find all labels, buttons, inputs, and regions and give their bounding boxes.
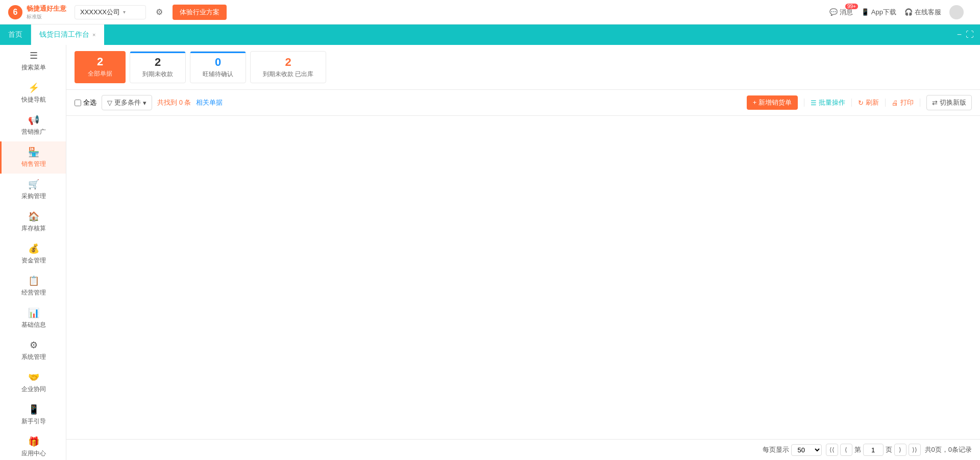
stat-number-pending: 0 bbox=[215, 56, 221, 69]
stat-card-overdue-shipped[interactable]: 2 到期未收款 已出库 bbox=[250, 51, 326, 83]
sidebar-item-inventory[interactable]: 🏠 库存核算 bbox=[0, 206, 66, 238]
tab-close-icon[interactable]: × bbox=[92, 32, 95, 38]
top-header: 6 畅捷通好生意 标准版 XXXXXX公司 ▾ ⚙ 体验行业方案 💬 消息 99… bbox=[0, 0, 980, 25]
app-label: App下载 bbox=[871, 8, 896, 17]
sidebar-item-quick-nav[interactable]: ⚡ 快捷导航 bbox=[0, 77, 66, 109]
batch-icon: ☰ bbox=[811, 99, 817, 107]
stat-card-all[interactable]: 2 全部单据 bbox=[75, 51, 126, 83]
first-page-button[interactable]: ⟨⟨ bbox=[826, 444, 838, 456]
sidebar-item-marketing[interactable]: 📢 营销推广 bbox=[0, 109, 66, 141]
settings-button[interactable]: ⚙ bbox=[151, 4, 167, 20]
sidebar-item-cooperation[interactable]: 🤝 企业协同 bbox=[0, 367, 66, 399]
company-selector[interactable]: XXXXXX公司 ▾ bbox=[75, 5, 146, 19]
sidebar-item-purchase[interactable]: 🛒 采购管理 bbox=[0, 174, 66, 206]
select-all-checkbox[interactable]: 全选 bbox=[75, 98, 96, 107]
tab-home[interactable]: 首页 bbox=[0, 25, 31, 45]
sidebar-item-finance[interactable]: 💰 资金管理 bbox=[0, 238, 66, 270]
message-icon: 💬 bbox=[829, 8, 838, 16]
guide-icon: 📱 bbox=[28, 404, 39, 415]
avatar[interactable] bbox=[949, 5, 964, 19]
header-right: 💬 消息 99+ 📱 App下载 🎧 在线客服 bbox=[829, 5, 972, 19]
marketing-icon: 📢 bbox=[28, 114, 39, 126]
message-button[interactable]: 💬 消息 99+ bbox=[829, 8, 853, 17]
divider3 bbox=[885, 99, 886, 107]
sidebar-item-search-menu[interactable]: ☰ 搜索菜单 bbox=[0, 45, 66, 77]
sidebar-label-basic-info: 基础信息 bbox=[21, 321, 46, 329]
sidebar-item-app-center[interactable]: 🎁 应用中心 bbox=[0, 431, 66, 460]
stat-card-pending[interactable]: 0 旺辅待确认 bbox=[190, 51, 246, 83]
app-icon: 📱 bbox=[861, 8, 869, 16]
next-page-button[interactable]: ⟩ bbox=[894, 444, 906, 456]
trial-button[interactable]: 体验行业方案 bbox=[173, 5, 227, 20]
filter-button[interactable]: ▽ 更多条件 ▾ bbox=[102, 95, 152, 110]
sidebar-label-system: 系统管理 bbox=[21, 353, 46, 361]
stat-label-all: 全部单据 bbox=[88, 69, 112, 78]
stat-cards: 2 全部单据 2 到期未收款 0 旺辅待确认 2 到期未收款 已出库 bbox=[66, 45, 980, 90]
logo-sub-text: 标准版 bbox=[27, 13, 66, 20]
prev-page-button[interactable]: ⟨ bbox=[840, 444, 852, 456]
last-page-button[interactable]: ⟩⟩ bbox=[909, 444, 921, 456]
stat-number-overdue-shipped: 2 bbox=[285, 56, 291, 69]
search-menu-icon: ☰ bbox=[30, 50, 38, 61]
print-button[interactable]: 🖨 打印 bbox=[892, 98, 914, 107]
refresh-icon: ↻ bbox=[858, 99, 864, 107]
switch-label: 切换新版 bbox=[940, 98, 966, 107]
count-unit: 条 bbox=[184, 99, 191, 106]
main-layout: ☰ 搜索菜单 ⚡ 快捷导航 📢 营销推广 🏪 销售管理 🛒 采购管理 🏠 库存核… bbox=[0, 45, 980, 460]
stat-number-all: 2 bbox=[97, 55, 103, 68]
cooperation-icon: 🤝 bbox=[28, 372, 39, 383]
inventory-icon: 🏠 bbox=[28, 211, 39, 222]
chevron-down-icon: ▾ bbox=[123, 9, 126, 15]
select-all-label: 全选 bbox=[83, 98, 96, 107]
sidebar-item-basic-info[interactable]: 📊 基础信息 bbox=[0, 302, 66, 334]
tab-work-platform-label: 钱货日清工作台 bbox=[39, 30, 89, 39]
print-icon: 🖨 bbox=[892, 99, 898, 107]
batch-operations-button[interactable]: ☰ 批量操作 bbox=[811, 98, 845, 107]
toolbar: 全选 ▽ 更多条件 ▾ 共找到 0 条 相关单据 + 新增销货单 ☰ bbox=[66, 90, 980, 116]
stat-card-overdue[interactable]: 2 到期未收款 bbox=[130, 51, 186, 83]
stat-label-pending: 旺辅待确认 bbox=[203, 70, 233, 79]
service-label: 在线客服 bbox=[915, 8, 941, 17]
stat-label-overdue: 到期未收款 bbox=[142, 70, 173, 79]
select-all-input[interactable] bbox=[75, 100, 81, 106]
divider bbox=[804, 99, 804, 107]
page-size-select-input[interactable]: 50 100 200 bbox=[791, 444, 822, 456]
sidebar-label-app-center: 应用中心 bbox=[21, 449, 46, 458]
sidebar-label-search-menu: 搜索菜单 bbox=[21, 63, 46, 72]
content-area: 2 全部单据 2 到期未收款 0 旺辅待确认 2 到期未收款 已出库 bbox=[66, 45, 980, 460]
system-icon: ⚙ bbox=[30, 340, 38, 351]
maximize-icon[interactable]: ⛶ bbox=[966, 30, 974, 39]
batch-label: 批量操作 bbox=[819, 98, 845, 107]
count-info: 共找到 0 条 bbox=[157, 98, 191, 107]
switch-version-button[interactable]: ⇄ 切换新版 bbox=[926, 95, 972, 110]
divider4 bbox=[920, 99, 920, 107]
filter-label: 更多条件 bbox=[114, 98, 141, 107]
stat-number-overdue: 2 bbox=[155, 56, 161, 69]
page-prefix: 第 bbox=[854, 445, 861, 454]
gear-icon: ⚙ bbox=[156, 7, 163, 17]
tab-home-label: 首页 bbox=[8, 30, 22, 39]
operations-icon: 📋 bbox=[28, 275, 39, 286]
add-sales-order-button[interactable]: + 新增销货单 bbox=[747, 95, 798, 110]
refresh-button[interactable]: ↻ 刷新 bbox=[858, 98, 879, 107]
sidebar: ☰ 搜索菜单 ⚡ 快捷导航 📢 营销推广 🏪 销售管理 🛒 采购管理 🏠 库存核… bbox=[0, 45, 66, 460]
sidebar-item-system[interactable]: ⚙ 系统管理 bbox=[0, 334, 66, 367]
service-icon: 🎧 bbox=[904, 8, 913, 16]
sidebar-item-guide[interactable]: 📱 新手引导 bbox=[0, 399, 66, 431]
filter-chevron: ▾ bbox=[143, 99, 146, 107]
logo-area: 6 畅捷通好生意 标准版 bbox=[8, 4, 75, 20]
purchase-icon: 🛒 bbox=[28, 179, 39, 190]
sidebar-item-sales[interactable]: 🏪 销售管理 bbox=[0, 141, 66, 174]
related-records-link[interactable]: 相关单据 bbox=[196, 98, 223, 107]
tab-indicator-pending bbox=[190, 52, 246, 53]
finance-icon: 💰 bbox=[28, 243, 39, 254]
tab-work-platform[interactable]: 钱货日清工作台 × bbox=[31, 25, 104, 45]
online-service-button[interactable]: 🎧 在线客服 bbox=[904, 8, 941, 17]
refresh-label: 刷新 bbox=[866, 98, 879, 107]
nav-tab-actions: − ⛶ bbox=[957, 30, 980, 39]
sidebar-item-operations[interactable]: 📋 经营管理 bbox=[0, 270, 66, 302]
divider2 bbox=[851, 99, 852, 107]
page-number-input[interactable] bbox=[863, 444, 884, 456]
minimize-icon[interactable]: − bbox=[957, 30, 962, 39]
app-download-button[interactable]: 📱 App下载 bbox=[861, 8, 896, 17]
